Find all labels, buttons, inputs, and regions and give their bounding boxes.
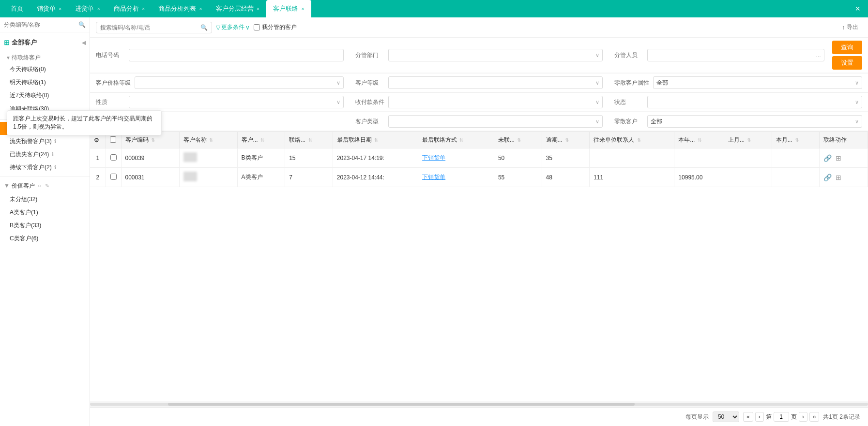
nav-item-sales[interactable]: 销货单 × (30, 0, 68, 17)
row-1-link-icon[interactable]: 🔗 (823, 154, 832, 162)
status-select[interactable]: ∨ (647, 96, 862, 108)
main-layout: 🔍 ⊞ 全部客户 ◀ ▼ 待联络客户 今天待联络(0) 明天待联络(1) (0, 17, 868, 426)
sidebar-item-classB[interactable]: B类客户(33) (0, 219, 90, 232)
sidebar-item-classA[interactable]: A类客户(1) (0, 206, 90, 219)
nature-chev-icon: ∨ (336, 99, 340, 105)
nav-item-home[interactable]: 首页 (4, 0, 30, 17)
row-2-method-link[interactable]: 下销货单 (422, 174, 445, 180)
row-2-checkbox[interactable] (110, 174, 117, 180)
page-number-input[interactable] (774, 412, 789, 422)
unit-contact-sort-icon[interactable]: ⇅ (637, 137, 641, 143)
row-1-method-link[interactable]: 下销货单 (422, 154, 445, 161)
row-2-unlink-days: 55 (494, 168, 542, 187)
col-unit-contact: 往来单位联系人 ⇅ (590, 132, 674, 148)
current-month-sort-icon[interactable]: ⇅ (795, 137, 799, 143)
close-purchase-icon[interactable]: × (97, 0, 100, 17)
collapse-sidebar-icon[interactable]: ◀ (82, 40, 86, 46)
dept-select[interactable]: ∨ (388, 49, 603, 61)
select-all-checkbox[interactable] (110, 136, 116, 143)
code-sort-icon[interactable]: ⇅ (151, 137, 155, 143)
sidebar-item-classC[interactable]: C类客户(6) (0, 232, 90, 245)
row-2-name (179, 168, 237, 187)
row-checkbox-1[interactable] (106, 148, 121, 168)
filter-search-input[interactable] (100, 24, 198, 31)
horizontal-scrollbar[interactable] (90, 401, 868, 407)
row-2-link-icon[interactable]: 🔗 (823, 174, 832, 181)
price-grade-select[interactable]: ∨ (135, 76, 344, 89)
dept-label: 分管部门 (355, 51, 384, 59)
export-button[interactable]: ↑ 导出 (838, 21, 862, 33)
sidebar-all-customers[interactable]: ⊞ 全部客户 ◀ (0, 35, 90, 50)
continuous-down-info-icon[interactable]: ℹ (54, 164, 56, 170)
sidebar-search-icon[interactable]: 🔍 (78, 21, 86, 28)
col-name: 客户名称 ⇅ (179, 132, 237, 148)
scroll-thumb[interactable] (168, 403, 635, 406)
nav-item-analysis[interactable]: 商品分析 × (107, 0, 152, 17)
value-group-edit-icon[interactable]: ✎ (45, 183, 49, 189)
sidebar-item-ungrouped[interactable]: 未分组(32) (0, 193, 90, 206)
first-page-btn[interactable]: « (743, 412, 753, 422)
last-page-btn[interactable]: » (809, 412, 820, 422)
sidebar-item-tomorrow[interactable]: 明天待联络(1) (0, 76, 90, 89)
nav-item-purchase[interactable]: 进货单 × (68, 0, 107, 17)
close-analysis-icon[interactable]: × (142, 0, 145, 17)
my-customer-checkbox[interactable] (254, 24, 260, 30)
nav-item-customer-contact[interactable]: 客户联络 × (266, 0, 311, 17)
manager-select[interactable]: … (647, 49, 824, 61)
row-2-grid-icon[interactable]: ⊞ (836, 174, 841, 181)
sidebar-search-input[interactable] (4, 21, 76, 28)
pending-section-title[interactable]: ▼ 待联络客户 (0, 52, 90, 63)
sidebar-item-already-lost[interactable]: 已流失客户(24) ℹ (0, 148, 90, 161)
filter-search-icon[interactable]: 🔍 (200, 24, 208, 31)
row-checkbox-2[interactable] (106, 168, 121, 187)
col-last-method: 最后联络方式 ⇅ (418, 132, 494, 148)
sidebar-item-continuous-down[interactable]: 持续下滑客户(2) ℹ (0, 161, 90, 174)
last-month-sort-icon[interactable]: ⇅ (747, 137, 751, 143)
pagination-bar: 每页显示 50 20 100 « ‹ 第 页 › » 共1页 2条记录 (90, 407, 868, 426)
already-lost-info-icon[interactable]: ℹ (52, 151, 54, 157)
row-1-grid-icon[interactable]: ⊞ (836, 154, 841, 162)
sidebar-item-7days[interactable]: 近7天待联络(0) (0, 89, 90, 102)
col-current-month: 本月... ⇅ (772, 132, 820, 148)
loss-preview-info-icon[interactable]: ℹ (54, 138, 56, 144)
sidebar-item-loss-preview[interactable]: 流失预警客户(3) ℹ (0, 135, 90, 148)
row-1-checkbox[interactable] (110, 154, 117, 161)
scatter-customer-label: 零散客户 (614, 118, 643, 126)
close-sales-icon[interactable]: × (59, 0, 61, 17)
close-customer-contact-icon[interactable]: × (301, 0, 304, 17)
scatter-customer-select[interactable]: 全部 ∨ (647, 115, 862, 128)
payment-select[interactable]: ∨ (388, 96, 603, 108)
page-size-select[interactable]: 50 20 100 (713, 411, 739, 422)
scatter-attr-select[interactable]: 全部 ∨ (653, 76, 862, 89)
contact-sort-icon[interactable]: ⇅ (308, 137, 312, 143)
nav-item-customer-tier[interactable]: 客户分层经营 × (209, 0, 266, 17)
customer-type-chev-icon: ∨ (595, 118, 599, 125)
nav-item-analysis-list[interactable]: 商品分析列表 × (152, 0, 209, 17)
last-date-sort-icon[interactable]: ⇅ (374, 137, 378, 143)
more-conditions-btn[interactable]: ▽ 更多条件 ∨ (216, 23, 250, 31)
prev-page-btn[interactable]: ‹ (755, 412, 764, 422)
close-customer-tier-icon[interactable]: × (257, 0, 259, 17)
tooltip-box: 距客户上次交易时长，超过了此客户的平均交易周期的1.5倍，则视为异常。 (7, 110, 162, 135)
nature-select[interactable]: ∨ (129, 96, 344, 108)
unlink-sort-icon[interactable]: ⇅ (517, 137, 521, 143)
query-button[interactable]: 查询 (832, 41, 862, 54)
customer-type-sort-icon[interactable]: ⇅ (260, 137, 264, 143)
sidebar-value-group-header[interactable]: ▼ 价值客户 ○ ✎ (0, 179, 90, 193)
customer-grade-select[interactable]: ∨ (388, 76, 603, 89)
customer-type-label: 客户类型 (355, 118, 384, 126)
current-year-sort-icon[interactable]: ⇅ (698, 137, 701, 143)
window-close-button[interactable]: × (851, 4, 864, 14)
last-method-sort-icon[interactable]: ⇅ (459, 137, 463, 143)
customer-grade-chev-icon: ∨ (595, 80, 599, 86)
my-customer-filter[interactable]: 我分管的客户 (254, 23, 297, 31)
phone-input[interactable] (129, 49, 344, 61)
customer-type-select[interactable]: ∨ (388, 115, 603, 128)
overdue-sort-icon[interactable]: ⇅ (565, 137, 569, 143)
sidebar-item-today[interactable]: 今天待联络(0) (0, 63, 90, 76)
settings-button[interactable]: 设置 (832, 56, 862, 70)
next-page-btn[interactable]: › (799, 412, 807, 422)
col-actions: 联络动作 (820, 132, 868, 148)
name-sort-icon[interactable]: ⇅ (209, 137, 213, 143)
close-analysis-list-icon[interactable]: × (199, 0, 202, 17)
